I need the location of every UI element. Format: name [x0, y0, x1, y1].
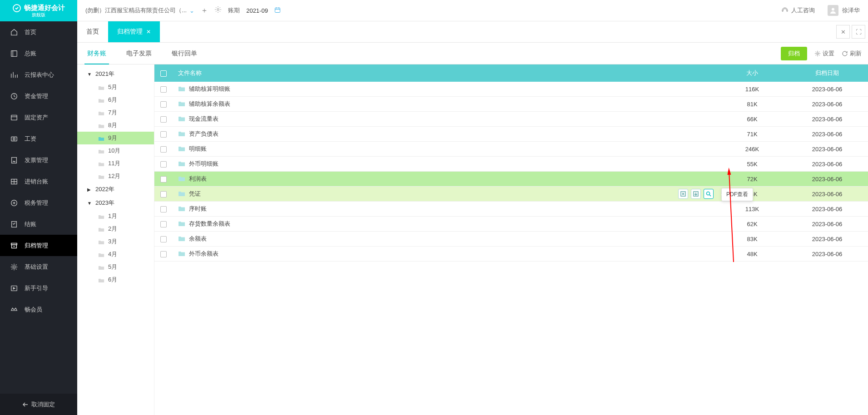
add-button[interactable]: ＋ — [201, 6, 208, 15]
nav-label: 发票管理 — [25, 156, 48, 164]
close-icon[interactable]: ✕ — [146, 29, 151, 35]
tree-month[interactable]: 6月 — [77, 273, 154, 286]
nav-item-salary[interactable]: 工资 — [0, 128, 77, 149]
table-row[interactable]: 凭证 PDF查看 53K 2023-06-06 — [154, 187, 868, 202]
file-size: 55K — [718, 157, 786, 172]
nav-item-invoice[interactable]: 发票管理 — [0, 149, 77, 171]
row-checkbox[interactable] — [160, 86, 167, 93]
nav-item-home[interactable]: 首页 — [0, 21, 77, 43]
nav-item-stock[interactable]: 进销台账 — [0, 171, 77, 192]
folder-icon — [98, 227, 104, 232]
tree-month[interactable]: 5月 — [77, 81, 154, 94]
archive-button[interactable]: 归档 — [781, 47, 807, 60]
file-date: 2023-06-06 — [786, 202, 868, 217]
nav-label: 畅会员 — [25, 306, 42, 314]
nav-item-settings[interactable]: 基础设置 — [0, 256, 77, 277]
company-selector[interactable]: (勿删）江西服宝精品有限责任公司（... ⌄ — [85, 6, 194, 15]
tree-month[interactable]: 12月 — [77, 170, 154, 183]
nav-item-tax[interactable]: 税务管理 — [0, 192, 77, 213]
user-menu[interactable]: 徐泽华 — [828, 5, 860, 16]
table-row[interactable]: 序时账 113K 2023-06-06 — [154, 202, 868, 217]
refresh-link[interactable]: 刷新 — [842, 49, 862, 58]
nav-item-wallet[interactable]: 资金管理 — [0, 85, 77, 107]
row-checkbox[interactable] — [160, 191, 167, 198]
tree-month[interactable]: 4月 — [77, 248, 154, 261]
nav-item-close[interactable]: 结账 — [0, 213, 77, 235]
tree-month[interactable]: 10月 — [77, 144, 154, 157]
row-checkbox[interactable] — [160, 161, 167, 168]
download-pdf-icon[interactable] — [691, 189, 701, 199]
pdf-view-icon[interactable] — [704, 189, 714, 199]
nav-item-chart[interactable]: 云报表中心 — [0, 64, 77, 85]
table-row[interactable]: 外币明细账 55K 2023-06-06 — [154, 157, 868, 172]
row-checkbox[interactable] — [160, 176, 167, 183]
table-row[interactable]: 辅助核算明细账 116K 2023-06-06 — [154, 82, 868, 97]
home-icon — [10, 28, 18, 36]
row-checkbox[interactable] — [160, 131, 167, 138]
nav-item-ledger[interactable]: 总账 — [0, 43, 77, 64]
row-checkbox[interactable] — [160, 236, 167, 242]
nav-item-guide[interactable]: 新手引导 — [0, 277, 77, 299]
close-icon — [10, 220, 18, 228]
table-row[interactable]: 资产负债表 71K 2023-06-06 — [154, 127, 868, 142]
brand-logo: 畅捷通好会计 旗舰版 — [0, 0, 77, 21]
tree-month[interactable]: 6月 — [77, 94, 154, 106]
nav-item-vip[interactable]: 畅会员 — [0, 299, 77, 320]
nav-item-archive[interactable]: 归档管理 — [0, 235, 77, 256]
table-row[interactable]: 利润表 72K 2023-06-06 — [154, 172, 868, 187]
consult-button[interactable]: 人工咨询 — [781, 6, 815, 15]
file-icon — [178, 221, 185, 227]
nav-label: 税务管理 — [25, 199, 48, 207]
tab-1[interactable]: 归档管理✕ — [108, 21, 160, 42]
unpin-button[interactable]: 取消固定 — [0, 394, 77, 415]
gear-icon[interactable] — [214, 6, 222, 15]
tree-month[interactable]: 7月 — [77, 106, 154, 119]
stock-icon — [10, 178, 18, 186]
row-checkbox[interactable] — [160, 221, 167, 227]
tree-month[interactable]: 11月 — [77, 157, 154, 170]
tree-year[interactable]: ▼2023年 — [77, 196, 154, 210]
folder-icon — [98, 161, 104, 166]
file-date: 2023-06-06 — [786, 127, 868, 142]
table-row[interactable]: 存货数量余额表 62K 2023-06-06 — [154, 217, 868, 232]
row-checkbox[interactable] — [160, 251, 167, 257]
table-row[interactable]: 余额表 83K 2023-06-06 — [154, 232, 868, 247]
nav-item-asset[interactable]: 固定资产 — [0, 107, 77, 128]
tree-month[interactable]: 2月 — [77, 222, 154, 235]
row-checkbox[interactable] — [160, 116, 167, 123]
tree-year[interactable]: ▶2022年 — [77, 183, 154, 196]
row-checkbox[interactable] — [160, 146, 167, 153]
select-all-checkbox[interactable] — [160, 70, 167, 77]
table-row[interactable]: 外币余额表 48K 2023-06-06 — [154, 247, 868, 262]
row-checkbox[interactable] — [160, 206, 167, 212]
table-row[interactable]: 明细账 246K 2023-06-06 — [154, 142, 868, 157]
file-name: 序时账 — [189, 205, 207, 212]
file-date: 2023-06-06 — [786, 157, 868, 172]
nav-label: 基础设置 — [25, 263, 48, 271]
tree-month[interactable]: 8月 — [77, 119, 154, 132]
calendar-icon[interactable] — [274, 7, 281, 15]
tree-month[interactable]: 3月 — [77, 235, 154, 248]
tree-month[interactable]: 9月 — [77, 132, 154, 144]
file-date: 2023-06-06 — [786, 112, 868, 127]
col-header-size: 大小 — [718, 64, 786, 82]
table-row[interactable]: 辅助核算余额表 81K 2023-06-06 — [154, 97, 868, 112]
tab-strip: 首页归档管理✕ ✕ ⛶ — [77, 21, 868, 43]
tab-close-all[interactable]: ✕ — [836, 25, 850, 39]
row-checkbox[interactable] — [160, 101, 167, 108]
period-value[interactable]: 2021-09 — [246, 7, 268, 14]
subtab-1[interactable]: 电子发票 — [116, 43, 162, 64]
tab-0[interactable]: 首页 — [77, 21, 108, 42]
settings-link[interactable]: 设置 — [814, 49, 834, 58]
tab-fullscreen[interactable]: ⛶ — [852, 25, 865, 39]
svg-rect-2 — [11, 115, 17, 120]
tree-year[interactable]: ▼2021年 — [77, 67, 154, 81]
tree-month[interactable]: 1月 — [77, 210, 154, 222]
subtab-2[interactable]: 银行回单 — [162, 43, 207, 64]
download-xls-icon[interactable] — [678, 189, 688, 199]
nav-label: 资金管理 — [25, 92, 48, 100]
subtab-0[interactable]: 财务账 — [77, 43, 116, 64]
tree-month[interactable]: 5月 — [77, 261, 154, 273]
table-row[interactable]: 现金流量表 66K 2023-06-06 — [154, 112, 868, 127]
invoice-icon — [10, 156, 18, 164]
